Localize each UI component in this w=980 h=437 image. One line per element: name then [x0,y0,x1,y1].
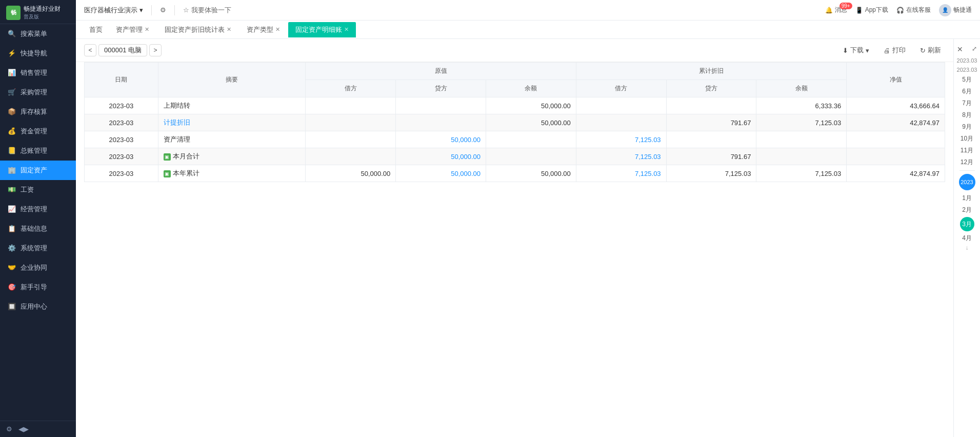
cell-balance1 [486,148,576,165]
sidebar-item-label: 系统管理 [21,244,47,253]
sidebar-item-label: 销售管理 [21,68,47,77]
close-icon[interactable]: ✕ [145,26,149,33]
content: < 000001 电脑 > ⬇ 下载 ▾ 🖨 打印 ↻ [76,39,980,437]
timeline-month[interactable]: 12月 [961,156,973,168]
sidebar-item-label: 工资 [21,185,34,194]
sidebar-item-ledger[interactable]: 📒 总账管理 [0,141,76,161]
sidebar-item-sales[interactable]: 📊 销售管理 [0,63,76,83]
collapse-icon[interactable]: ◀▶ [18,425,29,433]
asset-nav: < 000001 电脑 > [84,44,162,56]
timeline-month[interactable]: 6月 [961,86,973,97]
user-menu[interactable]: 👤 畅捷通 [939,4,972,16]
cell-credit1: 50,000.00 [396,148,486,165]
sidebar-item-payroll[interactable]: 💵 工资 [0,180,76,200]
sidebar-item-finance[interactable]: 💰 资金管理 [0,122,76,141]
col-balance1: 余额 [486,80,576,97]
download-button[interactable]: ⬇ 下载 ▾ [838,44,873,56]
sidebar-item-collab[interactable]: 🤝 企业协同 [0,258,76,277]
book-icon: 📒 [7,146,16,155]
user-label: 畅捷通 [953,6,972,14]
company-selector[interactable]: 医疗器械行业演示 ▾ [84,6,143,15]
search-icon: 🔍 [7,29,16,38]
sidebar-item-inventory[interactable]: 📦 库存核算 [0,102,76,122]
sidebar-item-label: 搜索菜单 [21,29,47,38]
box-icon: 📦 [7,107,16,116]
settings-bottom-icon[interactable]: ⚙ [6,425,12,433]
tab-home[interactable]: 首页 [84,22,108,37]
timeline-month[interactable]: 3月 [960,217,974,231]
cell-date: 2023-03 [85,165,158,182]
cell-credit1: 50,000.00 [396,131,486,148]
next-asset-button[interactable]: > [149,44,162,56]
cell-date: 2023-03 [85,97,158,114]
experience-button[interactable]: ☆ 我要体验一下 [183,6,231,15]
tab-asset-detail[interactable]: 固定资产明细账 ✕ [288,22,356,37]
timeline-month[interactable]: 9月 [961,121,973,133]
close-icon[interactable]: ✕ [227,26,231,33]
cell-summary: ▣本月合计 [158,148,306,165]
prev-asset-button[interactable]: < [84,44,96,56]
bell-icon: 🔔 [825,7,833,14]
cell-date: 2023-03 [85,131,158,148]
sidebar-item-guide[interactable]: 🎯 新手引导 [0,277,76,297]
table-toolbar: < 000001 电脑 > ⬇ 下载 ▾ 🖨 打印 ↻ [76,39,953,62]
cell-date: 2023-03 [85,148,158,165]
experience-label: 我要体验一下 [191,6,231,15]
timeline-month[interactable]: 8月 [961,109,973,121]
cell-balance2: 7,125.03 [756,165,847,182]
scroll-down-icon[interactable]: ↓ [966,244,969,251]
sidebar-item-quick-nav[interactable]: ⚡ 快捷导航 [0,44,76,63]
sidebar-item-basic-info[interactable]: 📋 基础信息 [0,219,76,239]
headset-icon: 🎧 [896,7,904,14]
sidebar-item-label: 快捷导航 [21,49,47,58]
sidebar: 畅 畅捷通好业财 普及版 🔍 搜索菜单 ⚡ 快捷导航 📊 销售管理 🛒 采购管理… [0,0,76,437]
handshake-icon: 🤝 [7,263,16,272]
timeline-expand-icon[interactable]: ⤢ [972,45,977,53]
sidebar-item-fixed-assets[interactable]: 🏢 固定资产 [0,161,76,180]
print-button[interactable]: 🖨 打印 [879,44,910,56]
asset-code-tag: 000001 电脑 [98,44,147,56]
building-icon: 🏢 [7,166,16,175]
sidebar-item-system[interactable]: ⚙️ 系统管理 [0,239,76,258]
sidebar-item-search[interactable]: 🔍 搜索菜单 [0,24,76,44]
cell-debit2: 7,125.03 [576,131,666,148]
payroll-icon: 💵 [7,185,16,194]
sidebar-item-label: 总账管理 [21,146,47,155]
timeline-month[interactable]: 11月 [961,145,973,156]
col-debit2: 借方 [576,80,666,97]
notifications-button[interactable]: 🔔 消息 99+ [825,6,847,14]
timeline-month[interactable]: 4月 [960,232,974,244]
cell-net: 43,666.64 [847,97,945,114]
timeline-month[interactable]: 5月 [961,74,973,86]
tabbar: 首页 资产管理 ✕ 固定资产折旧统计表 ✕ 资产类型 ✕ 固定资产明细账 ✕ [76,21,980,39]
sidebar-item-operation[interactable]: 📈 经营管理 [0,200,76,219]
download-button[interactable]: 📱 App下载 [855,6,888,14]
cell-balance2 [756,148,847,165]
timeline-month[interactable]: 7月 [961,97,973,109]
sidebar-item-label: 固定资产 [21,166,47,175]
timeline-year-header2: 2023.03 [957,67,977,73]
timeline-month[interactable]: 2月 [960,204,974,216]
col-net-value: 净值 [847,63,945,97]
logo-subtitle: 普及版 [24,13,61,21]
cell-debit1 [306,114,396,131]
service-button[interactable]: 🎧 在线客服 [896,6,931,14]
timeline-month[interactable]: 1月 [960,192,974,204]
tab-asset-type[interactable]: 资产类型 ✕ [239,22,287,37]
tab-label: 固定资产明细账 [295,25,342,34]
timeline-close-icon[interactable]: ✕ [957,45,963,53]
timeline-month[interactable]: 10月 [961,133,973,145]
cell-credit2: 791.67 [666,114,756,131]
grid-icon: 🔲 [7,302,16,311]
topbar-settings-icon[interactable]: ⚙ [160,6,166,14]
refresh-button[interactable]: ↻ 刷新 [916,44,945,56]
content-main: < 000001 电脑 > ⬇ 下载 ▾ 🖨 打印 ↻ [76,39,953,437]
sidebar-item-purchase[interactable]: 🛒 采购管理 [0,83,76,102]
close-icon[interactable]: ✕ [275,26,280,33]
tab-asset-management[interactable]: 资产管理 ✕ [109,22,156,37]
col-balance2: 余额 [756,80,847,97]
sidebar-item-app-center[interactable]: 🔲 应用中心 [0,297,76,316]
close-icon[interactable]: ✕ [344,26,349,33]
timeline-current-year[interactable]: 2023 [959,174,975,190]
tab-depreciation-stats[interactable]: 固定资产折旧统计表 ✕ [157,22,238,37]
